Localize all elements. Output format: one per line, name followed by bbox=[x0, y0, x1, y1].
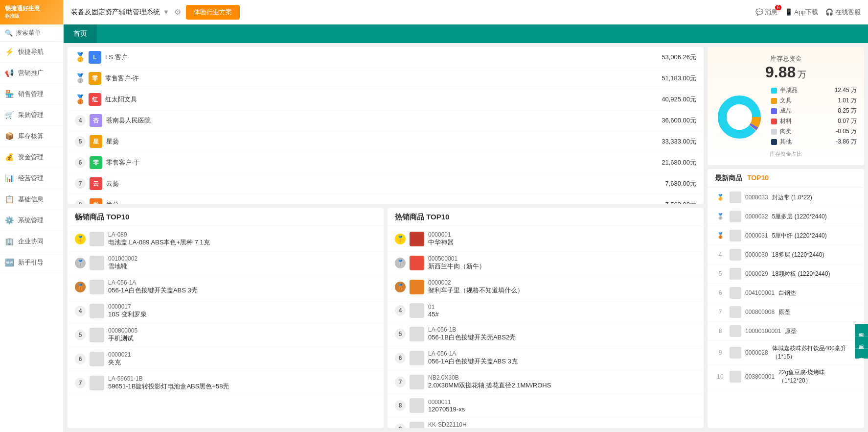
hot-rank-3: 🥉 bbox=[395, 282, 406, 292]
bs-rank-5: 5 bbox=[75, 330, 86, 340]
hot-name-3: 智利车子里（规格不知道填什么） bbox=[428, 286, 524, 295]
rank-num-6: 6 bbox=[75, 157, 86, 168]
customer-name-5: 星扬 bbox=[106, 137, 662, 146]
donut-chart bbox=[715, 93, 764, 142]
sidebar-item-finance[interactable]: 💰 资金管理 bbox=[0, 147, 63, 168]
messages[interactable]: 💬 消息 6 bbox=[755, 8, 778, 17]
customer-value-3: 40,925.00元 bbox=[662, 95, 696, 104]
new-products-header: 最新商品 TOP10 bbox=[708, 169, 864, 188]
sidebar-item-guide[interactable]: 🆕 新手引导 bbox=[0, 252, 63, 273]
hot-products-list: 🥇 0000001 中华神器 🥈 000500001 bbox=[388, 227, 704, 428]
bs-img-3 bbox=[90, 280, 104, 294]
float-btn-direct[interactable]: 直播 bbox=[855, 349, 868, 359]
hot-code-6: LA-056-1A bbox=[428, 350, 518, 357]
customer-name-8: 尚总 bbox=[106, 200, 665, 204]
dropdown-icon[interactable]: ▼ bbox=[163, 8, 169, 16]
sidebar-label-purchase: 采购管理 bbox=[18, 111, 44, 120]
new-prod-rank-6: 6 bbox=[715, 289, 726, 296]
right-column: 库存总资金 9.88 万 bbox=[708, 47, 864, 428]
float-btn-service-community[interactable]: 服务社区 bbox=[855, 336, 868, 349]
new-prod-img-8 bbox=[730, 325, 741, 337]
hot-item-4: 4 01 45# bbox=[388, 299, 704, 322]
sidebar-label-marketing: 营销推广 bbox=[18, 69, 44, 77]
system-title: 装备及固定资产辅助管理系统 bbox=[71, 8, 160, 17]
rank-item-4: 4 杏 苍南县人民医院 36,600.00元 bbox=[68, 110, 704, 131]
search-icon: 🔍 bbox=[5, 29, 13, 37]
legend-value-2: 0.25 万 bbox=[838, 107, 857, 115]
new-prod-code-9: 0000028 bbox=[745, 349, 768, 356]
legend-name-0: 半成品 bbox=[780, 86, 835, 95]
rank-item-8: 8 尚 尚总 7,563.00元 bbox=[68, 194, 704, 204]
hot-code-1: 0000001 bbox=[428, 231, 454, 238]
sales-ranking-card: 🥇 L LS 客户 53,006.26元 🥈 零 零售客户-许 51,183.0… bbox=[68, 47, 704, 204]
new-prod-img-10 bbox=[730, 371, 741, 383]
sidebar-item-base-info[interactable]: 📋 基础信息 bbox=[0, 189, 63, 210]
avatar-4: 杏 bbox=[90, 114, 102, 127]
rank-item-2: 🥈 零 零售客户-许 51,183.00元 bbox=[68, 68, 704, 89]
new-prod-name-3: 5厘中纤 (1220*2440) bbox=[772, 232, 857, 240]
new-prod-img-4 bbox=[730, 249, 741, 261]
hot-img-7 bbox=[410, 375, 424, 389]
inventory-total-label: 库存总资金 bbox=[770, 55, 802, 62]
new-prod-img-3 bbox=[730, 230, 741, 241]
customer-name-3: 红太阳文具 bbox=[105, 95, 662, 104]
new-prod-item-5: 5 0000029 18颗粒板 (1220*2440) bbox=[708, 264, 864, 284]
avatar-7: 云 bbox=[90, 177, 102, 190]
hot-rank-7: 7 bbox=[395, 377, 406, 387]
search-menu[interactable]: 🔍 搜索菜单 bbox=[0, 24, 63, 42]
avatar-8: 尚 bbox=[90, 198, 102, 204]
rank-item-6: 6 零 零售客户-于 21,680.00元 bbox=[68, 152, 704, 173]
new-prod-item-4: 4 0000030 18多层 (1220*2440) bbox=[708, 245, 864, 264]
app-download[interactable]: 📱 App下载 bbox=[785, 8, 818, 17]
sidebar-item-system[interactable]: ⚙️ 系统管理 bbox=[0, 210, 63, 231]
sidebar-item-inventory[interactable]: 📦 库存核算 bbox=[0, 126, 63, 147]
tab-home[interactable]: 首页 bbox=[64, 24, 97, 43]
customer-value-2: 51,183.00元 bbox=[662, 74, 696, 83]
customer-value-1: 53,006.26元 bbox=[662, 53, 696, 62]
legend-dot-4 bbox=[771, 129, 777, 135]
hot-rank-6: 6 bbox=[395, 353, 406, 363]
sidebar-item-operations[interactable]: 📊 经营管理 bbox=[0, 168, 63, 189]
hot-products-header: 热销商品 TOP10 bbox=[388, 208, 704, 227]
new-prod-name-2: 5厘多层 (1220*2440) bbox=[772, 213, 857, 221]
sidebar-item-enterprise[interactable]: 🏢 企业协同 bbox=[0, 231, 63, 252]
hot-info-6: LA-056-1A 056-1A白色按键开关盖ABS 3克 bbox=[428, 350, 518, 366]
new-prod-item-2: 🥈 0000032 5厘多层 (1220*2440) bbox=[708, 207, 864, 226]
hot-name-1: 中华神器 bbox=[428, 238, 454, 247]
sidebar-label-guide: 新手引导 bbox=[18, 258, 44, 267]
hot-name-4: 45# bbox=[428, 311, 439, 318]
legend-item-2: 成品 0.25 万 bbox=[771, 107, 857, 115]
float-btn-customer-service[interactable]: 客服热线 bbox=[855, 324, 868, 336]
bs-info-4: 0000017 10S 变利罗泉 bbox=[108, 303, 147, 319]
legend-dot-5 bbox=[771, 139, 777, 145]
new-prod-name-9: 体城嘉枝味苏打饮品400毫升（1*15） bbox=[772, 344, 857, 361]
sidebar-item-marketing[interactable]: 📢 营销推广 bbox=[0, 63, 63, 84]
avatar-3: 红 bbox=[89, 93, 101, 106]
guide-icon: 🆕 bbox=[5, 258, 14, 267]
new-prod-img-7 bbox=[730, 306, 741, 318]
legend-value-0: 12.45 万 bbox=[835, 86, 857, 95]
base-info-icon: 📋 bbox=[5, 195, 14, 204]
customer-rank-list: 🥇 L LS 客户 53,006.26元 🥈 零 零售客户-许 51,183.0… bbox=[68, 47, 704, 204]
try-btn[interactable]: 体验行业方案 bbox=[186, 5, 240, 20]
svg-point-5 bbox=[727, 104, 752, 130]
hot-rank-9: 9 bbox=[395, 424, 406, 428]
bs-code-2: 001000002 bbox=[108, 255, 137, 262]
new-prod-rank-8: 8 bbox=[715, 328, 726, 335]
bestselling-section: 畅销商品 TOP10 🥇 LA-089 电池盖 LA-089 ABS本色+黑种 … bbox=[68, 208, 384, 428]
sidebar-item-quick-nav[interactable]: ⚡ 快捷导航 bbox=[0, 42, 63, 63]
customer-name-1: LS 客户 bbox=[105, 53, 662, 62]
new-prod-code-4: 0000030 bbox=[745, 251, 768, 258]
sidebar-item-purchase[interactable]: 🛒 采购管理 bbox=[0, 105, 63, 126]
hot-img-1 bbox=[410, 232, 424, 246]
bestselling-list: 🥇 LA-089 电池盖 LA-089 ABS本色+黑种 7.1克 🥈 bbox=[68, 227, 384, 428]
sidebar-label-base-info: 基础信息 bbox=[18, 195, 44, 204]
hot-info-3: 0000002 智利车子里（规格不知道填什么） bbox=[428, 279, 524, 295]
gear-icon[interactable]: ⚙ bbox=[174, 7, 181, 17]
online-service[interactable]: 🎧 在线客服 bbox=[825, 8, 861, 17]
sidebar-item-sales[interactable]: 🏪 销售管理 bbox=[0, 84, 63, 105]
customer-value-5: 33,333.00元 bbox=[662, 137, 696, 146]
customer-value-7: 7,680.00元 bbox=[665, 179, 696, 188]
new-prod-item-8: 8 10000100001 原垄 bbox=[708, 322, 864, 341]
bs-name-1: 电池盖 LA-089 ABS本色+黑种 7.1克 bbox=[108, 238, 210, 247]
